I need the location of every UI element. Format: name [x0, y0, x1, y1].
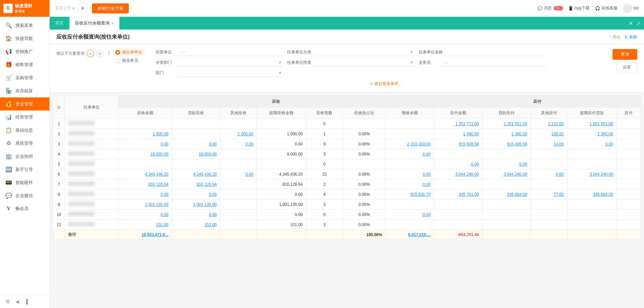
table-cell-link[interactable]: 4,345,436.20 — [193, 172, 217, 177]
sidebar-item-corp[interactable]: 🏢 企业协同 — [0, 150, 49, 163]
table-cell-link[interactable]: 1,251,551.00 — [503, 122, 527, 126]
sidebar-item-warehouse[interactable]: 🏪 库存核算 — [0, 84, 49, 97]
table-cell-link[interactable]: 0.00 — [605, 142, 613, 146]
collapse-more-button[interactable]: ∧ 收起更多条件 — [370, 81, 398, 86]
table-cell-link[interactable]: 4,345,436.20 — [145, 172, 168, 177]
tab-home[interactable]: 首页 — [50, 17, 69, 30]
dept-select[interactable]: ▾ — [178, 59, 283, 67]
sidebar-item-operations[interactable]: 📊 经营管理 — [0, 111, 49, 124]
sidebar-item-search[interactable]: 🔍 搜索菜单 — [0, 19, 49, 32]
settings-footer-icon[interactable]: ⚙ — [5, 298, 10, 305]
tab-receivables[interactable]: 应收应付余额查询 × — [69, 17, 119, 30]
table-cell-link[interactable]: 1,390.00 — [597, 132, 613, 136]
table-cell-link[interactable]: 1,000.00 — [237, 132, 253, 136]
partner-category-select[interactable]: ▾ — [313, 48, 415, 56]
table-cell-link[interactable]: 0.00 — [423, 182, 430, 187]
message-action[interactable]: 💬 消息 99+ — [537, 5, 563, 11]
table-cell-link[interactable]: 0.00 — [556, 172, 564, 177]
export-button[interactable]: ↑ 导出 — [609, 34, 621, 40]
table-cell-link[interactable]: 0.00 — [471, 162, 479, 167]
table-cell-link[interactable]: 3,044,240.00 — [590, 172, 613, 177]
sidebar-item-hardware[interactable]: 📟 智能硬件 — [0, 176, 49, 189]
filter-add-button[interactable]: + — [87, 50, 94, 57]
pause-footer-btn[interactable]: ▐ — [24, 299, 28, 304]
sidebar-item-member[interactable]: V 畅会员 — [0, 202, 49, 215]
table-cell-link[interactable]: 345,684.00 — [593, 192, 613, 197]
partner-nature-select[interactable]: ▾ — [313, 59, 415, 67]
settings-button[interactable]: ⚙ — [78, 4, 87, 13]
table-cell — [567, 159, 616, 169]
table-cell-link[interactable]: 810,126.64 — [148, 182, 168, 187]
table-cell-link[interactable]: 13.00 — [554, 142, 564, 146]
branch-dept-select[interactable]: ▾ — [178, 69, 283, 77]
online-service-action[interactable]: 🎧 在线客服 — [595, 5, 618, 11]
table-cell-link[interactable]: 810,126.64 — [197, 182, 217, 187]
partner-name-input[interactable] — [445, 48, 546, 56]
salesman-input[interactable]: ··· — [441, 59, 546, 67]
breadcrumb-arrow-icon[interactable]: ▾ — [72, 6, 74, 11]
sidebar-item-finance[interactable]: 💰 资金管理 — [0, 97, 49, 111]
table-cell-link[interactable]: 0.00 — [209, 212, 217, 217]
table-settings-icon[interactable]: ⚙ — [57, 105, 61, 110]
table-cell-link[interactable]: 1,000.00 — [153, 132, 168, 136]
settings-button[interactable]: 设置 — [616, 62, 637, 72]
table-cell-link[interactable]: 18,000.00 — [151, 152, 168, 157]
table-cell-link[interactable]: 0.00 — [161, 212, 168, 217]
table-cell-link[interactable]: 0.00 — [519, 162, 527, 167]
sidebar-item-nav[interactable]: 🏠 快捷导航 — [0, 32, 49, 45]
table-cell-link[interactable]: 0.00 — [246, 172, 253, 177]
scheme-by-partner[interactable]: 按往来单位 — [113, 48, 145, 56]
promo-button[interactable]: 体验行业方案 — [92, 3, 129, 13]
table-cell-link[interactable]: 1,001,135.00 — [193, 202, 217, 207]
table-cell-link[interactable]: 655,636.75 — [410, 192, 430, 197]
table-cell-link[interactable]: 3,044,240.00 — [455, 172, 479, 177]
table-cell-link[interactable]: 0.00 — [423, 152, 430, 157]
table-cell-link[interactable]: 3,044,240.00 — [503, 172, 527, 177]
refresh-button[interactable]: ↻ 刷新 — [625, 34, 637, 40]
table-cell-link[interactable]: 0.00 — [423, 172, 430, 177]
sidebar-item-marketing[interactable]: 📢 营销推广 — [0, 45, 49, 58]
table-cell-link[interactable]: 345,684.00 — [507, 192, 527, 197]
table-cell-link[interactable]: 1,390.00 — [512, 132, 527, 136]
table-cell-link[interactable]: 1,252,773.00 — [455, 122, 479, 126]
user-avatar-area[interactable]: Rit — [623, 4, 639, 13]
sidebar-item-wechat[interactable]: 💬 企业微信 — [0, 189, 49, 202]
table-cell-link[interactable]: 152.00 — [156, 222, 168, 227]
tab-close-window-icon[interactable]: ✕ — [629, 20, 633, 27]
table-cell-link[interactable]: 0.00 — [423, 212, 430, 217]
table-cell-link[interactable]: 1,490.00 — [463, 132, 479, 136]
app-download-action[interactable]: 📱 App下载 — [568, 5, 590, 11]
collapse-footer-btn[interactable]: ◀ — [15, 299, 19, 304]
table-cell-link[interactable]: 0.00 — [209, 192, 217, 197]
table-cell-link[interactable]: 2,153,333.00 — [407, 142, 430, 146]
table-cell-link[interactable]: 1,251,551.00 — [590, 122, 613, 126]
total-prepay-link[interactable]: 6,417,215.... — [408, 232, 431, 237]
query-button[interactable]: 查询 — [612, 49, 637, 60]
sidebar-item-purchase[interactable]: 🛒 采购管理 — [0, 71, 49, 84]
table-cell-link[interactable]: 100.00 — [551, 132, 564, 136]
table-cell-link[interactable]: 0.00 — [161, 192, 168, 197]
filter-schema-button[interactable]: ◎ — [96, 50, 103, 57]
scheme-by-salesman[interactable]: 按业务员 — [113, 57, 145, 64]
tab-expand-icon[interactable]: ⤢ — [636, 20, 641, 27]
table-cell-link[interactable]: 0.00 — [209, 142, 217, 146]
sidebar-item-sales[interactable]: 🎁 销售管理 — [0, 58, 49, 71]
table-cell-link[interactable]: 18,000.00 — [199, 152, 217, 157]
table-cell-link[interactable]: 152.00 — [204, 222, 217, 227]
table-cell-link[interactable]: 1,001,135.00 — [145, 202, 168, 207]
total-row: 合计 19,553,472,6... 100.00% 6,417,215....… — [53, 230, 641, 240]
table-cell-link[interactable]: 345,761.00 — [459, 192, 479, 197]
settlement-unit-input[interactable]: ··· — [178, 48, 283, 56]
sidebar-item-guide[interactable]: 🆕 新手引导 — [0, 163, 49, 176]
table-cell-link[interactable]: 0.00 — [161, 142, 168, 146]
filter-collapse-button[interactable]: 《 — [105, 50, 110, 56]
sidebar-item-basic[interactable]: 📋 基础信息 — [0, 124, 49, 137]
table-cell-link[interactable]: 77.00 — [554, 192, 564, 197]
table-cell-link[interactable]: 915,495.56 — [507, 142, 527, 146]
table-cell-link[interactable]: 1,222.00 — [548, 122, 564, 126]
tab-close-icon[interactable]: × — [112, 21, 114, 25]
sidebar-item-system[interactable]: ⚙ 系统管理 — [0, 137, 49, 150]
table-cell-link[interactable]: 915,508.56 — [459, 142, 479, 146]
total-recv-amount-link[interactable]: 19,553,472,6... — [142, 232, 168, 237]
table-cell-link[interactable]: 0.00 — [246, 142, 253, 146]
